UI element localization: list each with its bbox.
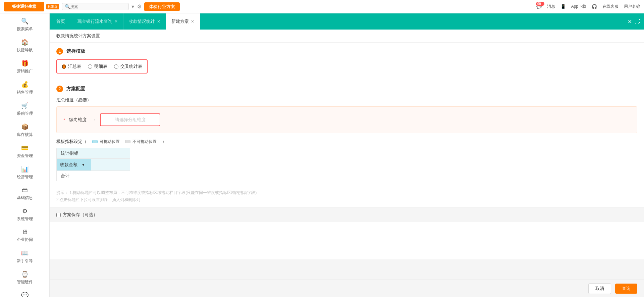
tip-line-1: 提示： 1.拖动标题栏可以调整布局，不可跨维度或指标区域拖动栏目字段(只能在同一… — [56, 190, 637, 196]
tab-cash-flow[interactable]: 现金银行流水查询 ✕ — [72, 13, 123, 30]
sidebar-item-smart-hw[interactable]: ⌚ 智能硬件 — [0, 266, 49, 288]
gift-icon: 🎁 — [21, 60, 29, 67]
stats-header: 统计指标 — [57, 148, 130, 159]
search-menu-icon: 🔍 — [21, 17, 29, 25]
radio-detail-label[interactable]: 明细表 — [94, 63, 107, 69]
search-wrapper[interactable]: 🔍 — [62, 3, 129, 10]
logo-text: 畅捷通好生意 — [12, 4, 36, 9]
dimension-area: * 纵向维度 → 请选择分组维度 — [56, 106, 637, 133]
legend-draggable: 可拖动位置 — [92, 139, 120, 145]
service-icon: 🎧 — [592, 4, 597, 9]
sidebar-item-label-operations: 经营管理 — [17, 174, 33, 180]
logo: 畅捷通好生意 — [4, 2, 44, 11]
stats-tag-row: 收款金额 ▾ — [57, 159, 130, 171]
tab-receipt-stats-close-icon[interactable]: ✕ — [157, 19, 160, 24]
tab-home-label: 首页 — [56, 18, 65, 24]
sidebar-item-label-system: 系统管理 — [17, 216, 33, 222]
tab-bar-actions: ✕ ⛶ — [628, 18, 644, 25]
tab-bar: 首页 现金银行流水查询 ✕ 收款情况统计 ✕ 新建方案 ✕ ✕ ⛶ — [50, 13, 644, 30]
sidebar-item-label-enterprise-coop: 企业协同 — [17, 237, 33, 243]
settings-icon: ⚙ — [22, 207, 28, 215]
indicator-legend: 可拖动位置 不可拖动位置 — [92, 139, 157, 145]
tab-new-plan[interactable]: 新建方案 ✕ — [166, 13, 200, 30]
money-icon: 💰 — [21, 81, 29, 88]
radio-cross[interactable]: 交叉统计表 — [114, 63, 142, 69]
sidebar-item-label-quick-nav: 快捷导航 — [17, 47, 33, 53]
radio-summary[interactable]: 汇总表 — [62, 63, 81, 69]
gear-icon[interactable]: ⚙ — [137, 3, 142, 10]
cancel-button[interactable]: 取消 — [588, 283, 611, 294]
sidebar-item-guide[interactable]: 📖 新手引导 — [0, 245, 49, 266]
user-name[interactable]: 用户名称 — [624, 4, 640, 9]
sidebar-item-enterprise-coop[interactable]: 🖥 企业协同 — [0, 225, 49, 245]
dropdown-arrow-icon[interactable]: ▾ — [131, 3, 134, 10]
sidebar-item-label-marketing: 营销推广 — [17, 68, 33, 74]
sidebar-item-label-sales: 销售管理 — [17, 90, 33, 95]
radio-cross-input[interactable] — [114, 64, 118, 69]
radio-detail[interactable]: 明细表 — [88, 63, 107, 69]
sidebar-item-purchase[interactable]: 🛒 采购管理 — [0, 98, 49, 119]
save-option-label[interactable]: 方案保存（可选） — [56, 212, 98, 218]
tips-section: 提示： 1.拖动标题栏可以调整布局，不可跨维度或指标区域拖动栏目字段(只能在同一… — [50, 187, 644, 207]
search-input[interactable] — [70, 4, 110, 9]
stats-tag-dropdown-icon[interactable]: ▾ — [79, 160, 88, 169]
tip-line-2: 2.点击标题栏下拉可设置排序、插入列和删除列 — [56, 197, 637, 203]
download-label[interactable]: App下载 — [571, 4, 586, 9]
main-layout: 🔍 搜索菜单 🏠 快捷导航 🎁 营销推广 💰 销售管理 🛒 采购管理 📦 库存核… — [0, 13, 644, 297]
tab-expand-icon[interactable]: ⛶ — [635, 18, 640, 24]
service-label[interactable]: 在线客服 — [602, 4, 619, 9]
home-icon: 🏠 — [21, 39, 29, 46]
monitor-icon: 🖥 — [22, 229, 28, 236]
indicator-label-suffix: ） — [162, 139, 166, 145]
chat-icon: 💬 — [21, 292, 29, 297]
dimension-label: 纵向维度 — [69, 117, 87, 123]
legend-non-draggable: 不可拖动位置 — [125, 139, 157, 145]
indicator-label-row: 模板指标设定（ 可拖动位置 不可拖动位置 — [56, 139, 637, 145]
sidebar-item-quick-nav[interactable]: 🏠 快捷导航 — [0, 35, 49, 56]
edition-badge: 标准版 — [46, 4, 59, 9]
sidebar-item-inventory[interactable]: 📦 库存核算 — [0, 119, 49, 140]
sidebar-item-label-basic-info: 基础信息 — [17, 195, 33, 201]
radio-cross-label[interactable]: 交叉统计表 — [120, 63, 142, 69]
sidebar-item-finance[interactable]: 💳 资金管理 — [0, 140, 49, 161]
sidebar-item-basic-info[interactable]: 🗃 基础信息 — [0, 183, 49, 203]
page-header: 收款情况统计方案设置 — [50, 30, 644, 43]
search-area: 🔍 — [62, 3, 129, 10]
watch-icon: ⌚ — [21, 270, 29, 278]
radio-detail-input[interactable] — [88, 64, 92, 69]
sidebar-item-sales[interactable]: 💰 销售管理 — [0, 77, 49, 98]
search-icon: 🔍 — [65, 4, 70, 9]
sidebar-item-operations[interactable]: 📊 经营管理 — [0, 161, 49, 183]
sidebar-item-label-search: 搜索菜单 — [17, 26, 33, 32]
save-option: 方案保存（可选） — [50, 208, 644, 222]
trial-button[interactable]: 体验行业方案 — [144, 2, 180, 11]
radio-summary-input[interactable] — [62, 64, 66, 69]
tab-cash-flow-close-icon[interactable]: ✕ — [114, 19, 118, 24]
sidebar-item-marketing[interactable]: 🎁 营销推广 — [0, 56, 49, 77]
stats-table: 统计指标 收款金额 ▾ 合计 — [56, 148, 130, 181]
step2-title: 方案配置 — [66, 86, 85, 92]
message-icon-wrapper[interactable]: 💬 99+ — [536, 4, 542, 9]
sidebar-item-label-purchase: 采购管理 — [17, 111, 33, 116]
chart-icon: 📊 — [21, 165, 29, 173]
radio-summary-label[interactable]: 汇总表 — [68, 63, 81, 69]
tab-close-all-icon[interactable]: ✕ — [628, 18, 632, 25]
indicator-settings: 模板指标设定（ 可拖动位置 不可拖动位置 — [56, 139, 637, 181]
step1-header: 1 选择模板 — [56, 48, 637, 55]
dimension-placeholder[interactable]: 请选择分组维度 — [100, 113, 160, 126]
query-button[interactable]: 查询 — [615, 284, 637, 294]
tab-receipt-stats[interactable]: 收款情况统计 ✕ — [123, 13, 166, 30]
sidebar-item-system[interactable]: ⚙ 系统管理 — [0, 203, 49, 225]
tab-new-plan-close-icon[interactable]: ✕ — [191, 19, 194, 24]
stats-tag[interactable]: 收款金额 ▾ — [57, 159, 91, 170]
page-title: 收款情况统计方案设置 — [56, 33, 100, 38]
logo-area: 畅捷通好生意 标准版 — [4, 2, 59, 11]
card-icon: 💳 — [21, 144, 29, 152]
save-option-checkbox[interactable] — [56, 213, 61, 217]
sidebar-item-label-guide: 新手引导 — [17, 258, 33, 264]
sidebar-item-search[interactable]: 🔍 搜索菜单 — [0, 13, 49, 35]
tab-cash-flow-label: 现金银行流水查询 — [77, 18, 112, 24]
sidebar-item-enterprise-wechat[interactable]: 💬 企业微信 — [0, 288, 49, 297]
tab-home[interactable]: 首页 — [50, 13, 72, 30]
sidebar: 🔍 搜索菜单 🏠 快捷导航 🎁 营销推广 💰 销售管理 🛒 采购管理 📦 库存核… — [0, 13, 50, 297]
